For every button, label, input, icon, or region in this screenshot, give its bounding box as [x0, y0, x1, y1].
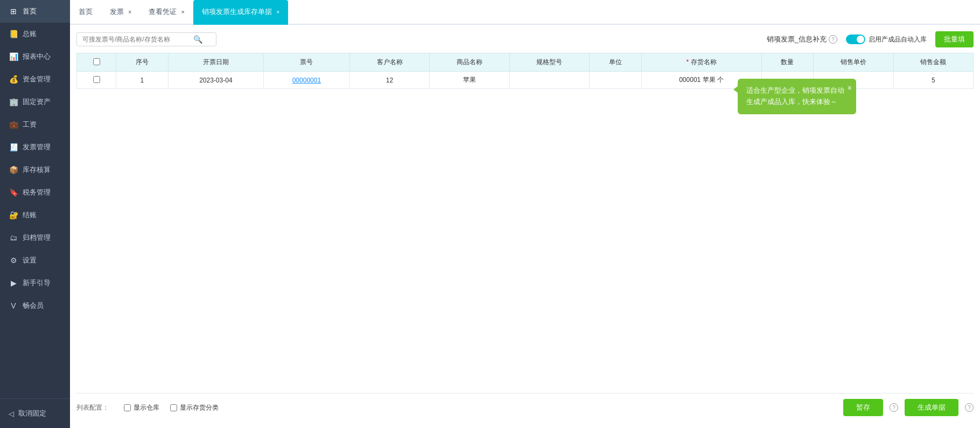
table-header-row: 序号 开票日期 票号 客户名称 商品名称 规格型号 单位 * 存货名称 数量 销…	[77, 53, 974, 72]
select-all-checkbox[interactable]	[93, 58, 100, 65]
search-input[interactable]	[82, 36, 190, 43]
bottom-actions: 暂存 ? 生成单据 ?	[843, 399, 974, 416]
sidebar-label-assets: 固定资产	[23, 97, 51, 107]
save-help-icon[interactable]: ?	[890, 403, 898, 412]
show-category-checkbox-label[interactable]: 显示存货分类	[170, 403, 219, 412]
search-box[interactable]: 🔍	[76, 32, 216, 46]
sidebar-item-report[interactable]: 📊 报表中心	[0, 45, 70, 68]
info-label-text: 销项发票_信息补充	[767, 34, 827, 44]
sidebar-item-salary[interactable]: 💼 工资	[0, 113, 70, 136]
cell-amount-1: 5	[893, 72, 973, 89]
sidebar-label-vip: 畅会员	[23, 301, 44, 310]
capital-icon: 💰	[9, 75, 18, 84]
toggle-knob	[857, 36, 864, 43]
col-customer: 客户名称	[349, 53, 429, 72]
sidebar-label-report: 报表中心	[23, 52, 51, 61]
tab-voucher-label: 查看凭证	[149, 7, 177, 17]
bottom-bar: 列表配置： 显示仓库 显示存货分类 暂存 ? 生成单据 ?	[76, 393, 974, 422]
undo-label: 取消固定	[18, 409, 46, 418]
toolbar-right: 销项发票_信息补充 ? 启用产成品自动入库 批量填	[767, 31, 974, 47]
col-date: 开票日期	[168, 53, 263, 72]
main-area: 首页 发票 × 查看凭证 × 销项发票生成库存单据 × 🔍 销项发票_信息补充	[70, 0, 980, 428]
show-category-checkbox[interactable]	[170, 404, 177, 411]
home-icon: ⊞	[9, 7, 18, 16]
report-icon: 📊	[9, 52, 18, 61]
sidebar-bottom: ◁ 取消固定	[0, 398, 70, 428]
salary-icon: 💼	[9, 120, 18, 129]
sidebar-label-closing: 结账	[23, 210, 37, 220]
tax-icon: 🔖	[9, 188, 18, 197]
vip-icon: V	[9, 301, 18, 310]
sidebar: ⊞ 首页 📒 总账 📊 报表中心 💰 资金管理 🏢 固定资产 💼 工资 🧾 发票…	[0, 0, 70, 428]
batch-fill-button[interactable]: 批量填	[935, 31, 974, 47]
col-unit-price: 销售单价	[814, 53, 893, 72]
ticket-link-1[interactable]: 00000001	[292, 77, 321, 84]
archive-icon: 🗂	[9, 233, 18, 242]
generate-button[interactable]: 生成单据	[905, 399, 958, 416]
col-qty: 数量	[761, 53, 814, 72]
show-warehouse-checkbox[interactable]	[124, 404, 131, 411]
cell-date-1: 2023-03-04	[168, 72, 263, 89]
save-button[interactable]: 暂存	[843, 399, 883, 416]
show-category-label: 显示存货分类	[180, 403, 219, 412]
cell-unit-1	[589, 72, 641, 89]
tab-home[interactable]: 首页	[70, 0, 101, 25]
generate-help-icon[interactable]: ?	[965, 403, 974, 412]
sidebar-label-archive: 归档管理	[23, 233, 51, 243]
toggle-switch[interactable]	[846, 34, 865, 44]
show-warehouse-label: 显示仓库	[134, 403, 159, 412]
tab-voucher[interactable]: 查看凭证 ×	[140, 0, 193, 25]
sidebar-item-home[interactable]: ⊞ 首页	[0, 0, 70, 23]
tab-invoice[interactable]: 发票 ×	[101, 0, 140, 25]
sidebar-label-salary: 工资	[23, 120, 37, 129]
sidebar-item-archive[interactable]: 🗂 归档管理	[0, 226, 70, 249]
closing-icon: 🔐	[9, 211, 18, 219]
col-seq: 序号	[116, 53, 169, 72]
guide-icon: ▶	[9, 279, 18, 287]
toggle-label: 启用产成品自动入库	[869, 35, 927, 44]
show-warehouse-checkbox-label[interactable]: 显示仓库	[124, 403, 159, 412]
sidebar-item-capital[interactable]: 💰 资金管理	[0, 68, 70, 91]
tooltip-close-button[interactable]: ×	[848, 82, 852, 94]
col-goods-name: 商品名称	[430, 53, 509, 72]
col-amount: 销售金额	[893, 53, 973, 72]
cell-spec-1	[509, 72, 589, 89]
undo-icon: ◁	[9, 410, 14, 418]
cell-customer-1: 12	[349, 72, 429, 89]
tooltip-popup: × 适合生产型企业，销项发票自动生成产成品入库，快来体验～	[738, 79, 856, 114]
content-area: 🔍 销项发票_信息补充 ? 启用产成品自动入库 批量填	[70, 25, 980, 428]
sidebar-label-home: 首页	[23, 6, 37, 16]
tab-invoice-label: 发票	[110, 7, 124, 17]
sidebar-item-settings[interactable]: ⚙ 设置	[0, 249, 70, 272]
row-checkbox-1[interactable]	[93, 76, 100, 83]
sidebar-label-tax: 税务管理	[23, 188, 51, 197]
settings-icon: ⚙	[9, 256, 18, 265]
tab-home-label: 首页	[79, 7, 93, 17]
assets-icon: 🏢	[9, 98, 18, 106]
sidebar-item-tax[interactable]: 🔖 税务管理	[0, 181, 70, 204]
cell-seq-1: 1	[116, 72, 169, 89]
tab-xiao-dan[interactable]: 销项发票生成库存单据 ×	[193, 0, 288, 25]
cell-ticket-no-1[interactable]: 00000001	[263, 72, 349, 89]
col-spec: 规格型号	[509, 53, 589, 72]
tab-voucher-close[interactable]: ×	[181, 9, 184, 15]
sidebar-item-assets[interactable]: 🏢 固定资产	[0, 91, 70, 113]
sidebar-item-inventory[interactable]: 📦 库存核算	[0, 158, 70, 181]
sidebar-item-ledger[interactable]: 📒 总账	[0, 23, 70, 45]
list-config-label: 列表配置：	[76, 403, 109, 412]
sidebar-label-capital: 资金管理	[23, 74, 51, 84]
info-icon[interactable]: ?	[829, 35, 837, 44]
sidebar-item-closing[interactable]: 🔐 结账	[0, 204, 70, 226]
sidebar-label-invoice-mgr: 发票管理	[23, 142, 51, 152]
toggle-wrapper: 启用产成品自动入库	[846, 34, 927, 44]
toolbar-row: 🔍 销项发票_信息补充 ? 启用产成品自动入库 批量填	[76, 31, 974, 47]
tab-xiao-dan-close[interactable]: ×	[276, 9, 279, 15]
sidebar-item-vip[interactable]: V 畅会员	[0, 294, 70, 317]
sidebar-item-guide[interactable]: ▶ 新手引导	[0, 272, 70, 294]
sidebar-item-invoice-mgr[interactable]: 🧾 发票管理	[0, 136, 70, 158]
col-unit: 单位	[589, 53, 641, 72]
undo-fixed-button[interactable]: ◁ 取消固定	[0, 403, 70, 424]
tooltip-text: 适合生产型企业，销项发票自动生成产成品入库，快来体验～	[746, 86, 844, 106]
tab-invoice-close[interactable]: ×	[128, 9, 131, 15]
sidebar-label-inventory: 库存核算	[23, 165, 51, 175]
